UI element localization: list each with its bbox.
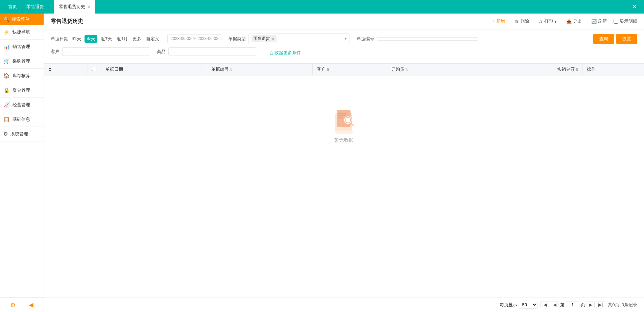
basic-info-icon: 📋 xyxy=(3,116,10,122)
th-voucher-no: 单据编号 ⇅ xyxy=(207,64,312,75)
delete-icon: 🗑 xyxy=(515,19,519,24)
sidebar-item-quick-nav[interactable]: ⚡ 快捷导航 xyxy=(0,25,44,40)
page-first-button[interactable]: |◀ xyxy=(540,301,549,308)
print-dropdown-icon: ▾ xyxy=(554,19,557,24)
filter-row-2: 客户 ... 商品 ... △ 收起 xyxy=(51,47,637,56)
goods-input[interactable]: ... xyxy=(168,47,256,56)
sort-date-icon[interactable]: ⇅ xyxy=(124,68,127,71)
sort-customer-icon[interactable]: ⇅ xyxy=(327,68,329,71)
empty-icon xyxy=(327,103,361,137)
collapse-up-icon: △ xyxy=(270,50,273,55)
collapse-filters-button[interactable]: △ 收起更多条件 xyxy=(270,50,301,56)
goods-filter: 商品 ... xyxy=(157,47,256,56)
quick-nav-icon: ⚡ xyxy=(3,29,10,35)
date-btn-7days[interactable]: 近7天 xyxy=(99,35,113,43)
print-icon: 🖨 xyxy=(539,19,543,24)
empty-text: 暂无数据 xyxy=(334,137,353,143)
tab-retail-return[interactable]: 零售退货 ✕ xyxy=(22,0,54,14)
window-close-button[interactable]: ✕ xyxy=(629,3,641,10)
tab-retail-return-history[interactable]: 零售退货历史 ✕ xyxy=(54,0,95,14)
refresh-icon: 🔄 xyxy=(591,19,597,24)
export-icon: 📤 xyxy=(566,19,572,24)
sort-guide-icon[interactable]: ⇅ xyxy=(405,68,408,71)
sidebar-item-operations[interactable]: 📈 经营管理 xyxy=(0,98,44,112)
page-next-button[interactable]: ▶ xyxy=(587,301,595,308)
finance-icon: 🔒 xyxy=(3,87,10,93)
svg-rect-3 xyxy=(338,113,347,114)
date-btn-1month[interactable]: 近1月 xyxy=(115,35,129,43)
sidebar-item-sales-mgmt[interactable]: 📊 销售管理 xyxy=(0,40,44,54)
page-size-dropdown[interactable]: 50 10 20 100 xyxy=(519,301,538,309)
sidebar-item-basic-info[interactable]: 📋 基础信息 xyxy=(0,112,44,127)
date-btn-more[interactable]: 更多 xyxy=(131,35,143,43)
show-detail-checkbox[interactable] xyxy=(614,19,618,24)
empty-state: 暂无数据 xyxy=(44,75,644,171)
page-header: 零售退货历史 + 新增 🗑 删除 🖨 打印 ▾ 📤 xyxy=(44,14,644,29)
voucher-type-dropdown-arrow: ▾ xyxy=(345,37,347,41)
data-table: ⚙ 单据日期 ⇅ 单据编号 ⇅ xyxy=(44,64,644,171)
th-amount: 实销金额 ⇅ xyxy=(477,64,582,75)
page-number-input[interactable] xyxy=(566,301,579,308)
customer-input[interactable]: ... xyxy=(62,47,150,56)
voucher-no-filter: 单据编号 xyxy=(357,36,478,42)
table-container: ⚙ 单据日期 ⇅ 单据编号 ⇅ xyxy=(44,64,644,297)
sys-mgmt-icon: ⚙ xyxy=(3,131,8,137)
sidebar-search[interactable]: 🔍 搜索菜单 xyxy=(0,14,44,25)
date-filter-buttons: 昨天 今天 近7天 近1月 更多 自定义 xyxy=(71,35,161,43)
pagination: 每页显示 50 10 20 100 |◀ ◀ 第 页 ▶ ▶| xyxy=(44,297,644,312)
sidebar-item-inventory[interactable]: 🏠 库存核算 xyxy=(0,69,44,83)
show-detail-toggle[interactable]: 显示明细 xyxy=(614,18,637,24)
svg-rect-4 xyxy=(338,115,345,116)
svg-rect-5 xyxy=(338,117,343,118)
date-range-input[interactable]: 2023-06-02 至 2023-06-02 xyxy=(167,34,221,43)
sidebar-nav: ⚡ 快捷导航 📊 销售管理 🛒 采购管理 🏠 库存核算 🔒 资金管理 xyxy=(0,25,44,297)
sidebar-item-sys-mgmt[interactable]: ⚙ 系统管理 xyxy=(0,127,44,141)
inventory-icon: 🏠 xyxy=(3,73,10,79)
th-guide: 导购员 ⇅ xyxy=(387,64,477,75)
top-bar: 首页 零售退货 ✕ 零售退货历史 ✕ ✕ xyxy=(0,0,644,14)
tab-home[interactable]: 首页 xyxy=(3,0,22,14)
date-btn-yesterday[interactable]: 昨天 xyxy=(71,35,82,43)
settings-bottom-icon[interactable]: ⚙ xyxy=(10,301,16,309)
th-settings[interactable]: ⚙ xyxy=(44,64,88,75)
filter-row-1: 单据日期 昨天 今天 近7天 近1月 更多 自定义 2023 xyxy=(51,34,637,44)
delete-button[interactable]: 🗑 删除 xyxy=(512,17,532,26)
th-action: 操作 xyxy=(582,64,644,75)
th-checkbox[interactable] xyxy=(88,64,101,75)
th-customer: 客户 ⇅ xyxy=(313,64,387,75)
voucher-type-input[interactable]: 零售退货 ✕ ▾ xyxy=(248,34,350,44)
filter-area: 单据日期 昨天 今天 近7天 近1月 更多 自定义 2023 xyxy=(44,29,644,64)
page-last-button[interactable]: ▶| xyxy=(596,301,605,308)
content-area: 零售退货历史 + 新增 🗑 删除 🖨 打印 ▾ 📤 xyxy=(44,14,644,312)
collapse-sidebar-icon[interactable]: ◀ xyxy=(29,301,33,309)
customer-filter: 客户 ... xyxy=(51,47,150,56)
query-button[interactable]: 查询 xyxy=(593,34,614,44)
page-prev-button[interactable]: ◀ xyxy=(551,301,559,308)
toolbar: + 新增 🗑 删除 🖨 打印 ▾ 📤 导出 xyxy=(490,17,637,26)
page-nav: |◀ ◀ 第 页 ▶ ▶| xyxy=(540,301,605,308)
date-btn-today[interactable]: 今天 xyxy=(85,35,97,43)
sidebar: 🔍 搜索菜单 ⚡ 快捷导航 📊 销售管理 🛒 采购管理 🏠 库 xyxy=(0,14,44,312)
select-all-checkbox[interactable] xyxy=(92,67,96,71)
purchase-icon: 🛒 xyxy=(3,58,10,64)
print-button[interactable]: 🖨 打印 ▾ xyxy=(536,17,559,26)
date-btn-custom[interactable]: 自定义 xyxy=(145,35,161,43)
new-button[interactable]: + 新增 xyxy=(490,17,508,26)
voucher-no-input[interactable] xyxy=(377,37,478,41)
sidebar-bottom: ⚙ ◀ xyxy=(0,297,44,312)
refresh-button[interactable]: 🔄 刷新 xyxy=(589,17,610,26)
action-buttons: 查询 设置 xyxy=(593,34,637,44)
export-button[interactable]: 📤 导出 xyxy=(564,17,585,26)
tab-retail-return-close[interactable]: ✕ xyxy=(46,4,49,9)
date-range-filter: 2023-06-02 至 2023-06-02 xyxy=(167,34,221,43)
sidebar-item-finance[interactable]: 🔒 资金管理 xyxy=(0,83,44,98)
sort-voucher-icon[interactable]: ⇅ xyxy=(230,68,233,71)
voucher-type-tag-close[interactable]: ✕ xyxy=(271,37,275,41)
tab-retail-return-history-close[interactable]: ✕ xyxy=(87,4,91,9)
date-filter: 单据日期 昨天 今天 近7天 近1月 更多 自定义 xyxy=(51,35,161,43)
page-title: 零售退货历史 xyxy=(51,18,83,25)
sidebar-item-purchase-mgmt[interactable]: 🛒 采购管理 xyxy=(0,54,44,69)
sort-amount-icon[interactable]: ⇅ xyxy=(576,68,578,71)
settings-button[interactable]: 设置 xyxy=(616,34,637,44)
search-icon: 🔍 xyxy=(3,16,10,22)
